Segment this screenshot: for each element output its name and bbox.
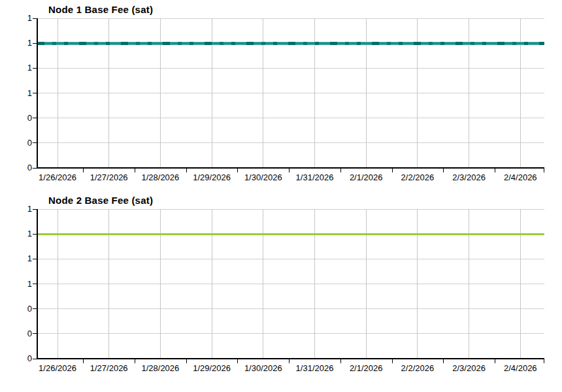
chart-title: Node 2 Base Fee (sat)	[48, 195, 153, 206]
x-gridline	[314, 18, 315, 168]
x-gridline	[469, 209, 469, 359]
y-tick	[33, 259, 37, 259]
y-tick	[33, 43, 37, 44]
y-tick-label: 0	[3, 163, 32, 173]
x-gridline	[160, 209, 161, 359]
y-tick	[33, 359, 37, 359]
series-line-Node-2-base-fee	[37, 233, 544, 235]
chart-title: Node 1 Base Fee (sat)	[48, 4, 153, 15]
x-gridline	[58, 209, 58, 359]
y-axis-line	[37, 209, 38, 359]
x-gridline	[263, 209, 263, 359]
x-tick-label: 1/26/2026	[28, 172, 87, 183]
x-tick-label: 2/3/2026	[440, 172, 499, 183]
x-gridline	[160, 18, 161, 168]
x-tick-label: 2/1/2026	[337, 363, 395, 374]
x-tick-label: 2/3/2026	[440, 363, 499, 374]
x-tick-label: 1/28/2026	[131, 172, 190, 183]
y-tick-label: 1	[3, 13, 32, 24]
x-axis-line	[37, 167, 544, 169]
x-gridline	[366, 18, 367, 168]
x-tick-label: 1/26/2026	[28, 363, 87, 374]
y-axis-line	[37, 18, 38, 168]
chart-node2-base-fee: Node 2 Base Fee (sat) 11110001/26/20261/…	[0, 191, 562, 392]
x-tick-label: 2/4/2026	[491, 172, 550, 183]
x-tick-label: 2/2/2026	[388, 172, 447, 183]
x-gridline	[108, 18, 109, 168]
x-gridline	[212, 18, 212, 168]
y-tick	[33, 234, 37, 235]
chart-node1-base-fee: Node 1 Base Fee (sat) 11110001/26/20261/…	[0, 0, 562, 191]
y-tick-label: 1	[3, 253, 32, 264]
x-tick-label: 1/30/2026	[234, 363, 293, 374]
y-tick-label: 1	[3, 63, 32, 73]
x-gridline	[263, 18, 263, 168]
y-tick	[33, 68, 37, 69]
y-tick-label: 1	[3, 279, 32, 289]
x-tick-label: 1/31/2026	[286, 172, 344, 183]
x-gridline	[366, 209, 367, 359]
x-gridline	[417, 18, 418, 168]
y-tick-label: 1	[3, 38, 32, 48]
y-tick-label: 0	[3, 113, 32, 123]
series-line-Node-1-base-fee	[37, 42, 544, 45]
y-tick	[33, 308, 37, 309]
y-tick-label: 0	[3, 353, 32, 364]
y-tick-label: 1	[3, 204, 32, 214]
x-tick-label: 2/1/2026	[337, 172, 395, 183]
x-gridline	[417, 209, 418, 359]
x-tick-label: 2/4/2026	[491, 363, 550, 374]
x-tick-label: 1/31/2026	[286, 363, 344, 374]
x-gridline	[314, 209, 315, 359]
x-tick-label: 1/27/2026	[80, 363, 139, 374]
x-gridline	[58, 18, 58, 168]
y-tick	[33, 18, 37, 19]
y-tick-label: 1	[3, 229, 32, 239]
y-tick-label: 0	[3, 138, 32, 148]
x-tick-label: 1/30/2026	[234, 172, 293, 183]
y-tick	[33, 93, 37, 93]
x-tick-label: 1/29/2026	[182, 363, 241, 374]
y-tick-label: 0	[3, 304, 32, 314]
plot-area: 11110001/26/20261/27/20261/28/20261/29/2…	[37, 18, 544, 168]
x-tick-label: 1/29/2026	[182, 172, 241, 183]
y-tick	[33, 333, 37, 334]
y-tick	[33, 168, 37, 169]
y-tick	[33, 209, 37, 210]
x-tick-label: 1/28/2026	[131, 363, 190, 374]
x-gridline	[212, 209, 212, 359]
x-gridline	[108, 209, 109, 359]
x-axis-line	[37, 358, 544, 359]
y-tick-label: 1	[3, 88, 32, 99]
y-tick	[33, 118, 37, 118]
x-gridline	[469, 18, 469, 168]
x-gridline	[520, 209, 521, 359]
y-tick	[33, 284, 37, 284]
plot-area: 11110001/26/20261/27/20261/28/20261/29/2…	[37, 209, 544, 359]
x-tick-label: 2/2/2026	[388, 363, 447, 374]
y-tick-label: 0	[3, 329, 32, 339]
x-tick-label: 1/27/2026	[80, 172, 139, 183]
y-tick	[33, 142, 37, 143]
x-gridline	[520, 18, 521, 168]
